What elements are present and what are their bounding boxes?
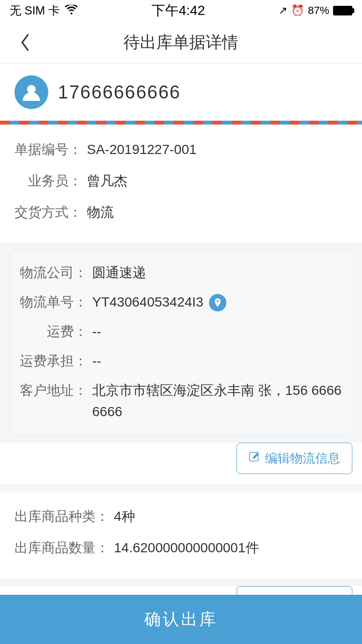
logistics-company-row: 物流公司： 圆通速递: [20, 262, 342, 284]
freight-row: 运费： --: [20, 321, 342, 343]
location-status-icon: ↗: [278, 4, 287, 17]
user-section: 17666666666: [0, 64, 362, 121]
agent-label: 业务员：: [14, 170, 82, 192]
agent-value: 曾凡杰: [87, 170, 348, 192]
page-title: 待出库单据详情: [124, 31, 238, 54]
edit-logistics-label: 编辑物流信息: [265, 450, 340, 467]
avatar: [14, 75, 48, 109]
user-phone: 17666666666: [58, 82, 181, 103]
logistics-tracking-value: YT43064053424I3: [92, 292, 342, 313]
goods-types-value: 4种: [114, 506, 348, 528]
delivery-row: 交货方式： 物流: [14, 202, 348, 224]
freight-bearer-row: 运费承担： --: [20, 350, 342, 372]
edit-icon: [249, 451, 260, 466]
logistics-company-value: 圆通速递: [92, 262, 342, 284]
order-info-section: 单据编号： SA-20191227-001 业务员： 曾凡杰 交货方式： 物流: [0, 125, 362, 242]
freight-value: --: [92, 321, 342, 343]
freight-bearer-label: 运费承担：: [20, 350, 87, 372]
status-time: 下午4:42: [152, 1, 205, 20]
logistics-tracking-row: 物流单号： YT43064053424I3: [20, 292, 342, 313]
battery-icon: [333, 6, 352, 15]
confirm-outbound-button[interactable]: 确认出库: [144, 608, 218, 630]
delivery-value: 物流: [87, 202, 348, 224]
freight-bearer-value: --: [92, 350, 342, 372]
status-bar: 无 SIM 卡 下午4:42 ↗ ⏰ 87%: [0, 0, 362, 21]
status-left: 无 SIM 卡: [10, 3, 78, 18]
logistics-card: 物流公司： 圆通速递 物流单号： YT43064053424I3 运费： -- …: [10, 250, 352, 435]
dashed-divider: [0, 121, 362, 125]
goods-quantity-row: 出库商品数量： 14.620000000000001件: [14, 537, 348, 559]
logistics-company-label: 物流公司：: [20, 262, 87, 284]
confirm-btn-wrapper: 确认出库: [0, 595, 362, 644]
alarm-icon: ⏰: [291, 4, 304, 17]
order-number-label: 单据编号：: [14, 139, 82, 161]
nav-bar: 待出库单据详情: [0, 21, 362, 64]
order-number-value: SA-20191227-001: [87, 139, 348, 161]
address-row: 客户地址： 北京市市辖区海淀区永丰南 张，156 6666 6666: [20, 380, 342, 423]
wifi-icon: [65, 4, 78, 17]
goods-types-label: 出库商品种类：: [14, 506, 109, 528]
goods-quantity-label: 出库商品数量：: [14, 537, 109, 559]
section-divider: [0, 484, 362, 491]
agent-row: 业务员： 曾凡杰: [14, 170, 348, 192]
carrier-text: 无 SIM 卡: [10, 3, 60, 18]
logistics-tracking-label: 物流单号：: [20, 292, 87, 313]
address-label: 客户地址：: [20, 380, 87, 402]
goods-section: 出库商品种类： 4种 出库商品数量： 14.620000000000001件: [0, 491, 362, 578]
goods-quantity-value: 14.620000000000001件: [114, 537, 348, 559]
edit-logistics-button[interactable]: 编辑物流信息: [237, 443, 352, 474]
back-button[interactable]: [14, 32, 36, 53]
goods-types-row: 出库商品种类： 4种: [14, 506, 348, 528]
map-pin-icon[interactable]: [209, 294, 226, 311]
user-avatar-icon: [21, 82, 42, 103]
order-number-row: 单据编号： SA-20191227-001: [14, 139, 348, 161]
edit-btn-wrapper: 编辑物流信息: [0, 443, 362, 484]
battery-text: 87%: [308, 4, 329, 17]
status-right: ↗ ⏰ 87%: [278, 4, 352, 17]
freight-label: 运费：: [20, 321, 87, 343]
delivery-label: 交货方式：: [14, 202, 82, 224]
address-value: 北京市市辖区海淀区永丰南 张，156 6666 6666: [92, 380, 342, 423]
